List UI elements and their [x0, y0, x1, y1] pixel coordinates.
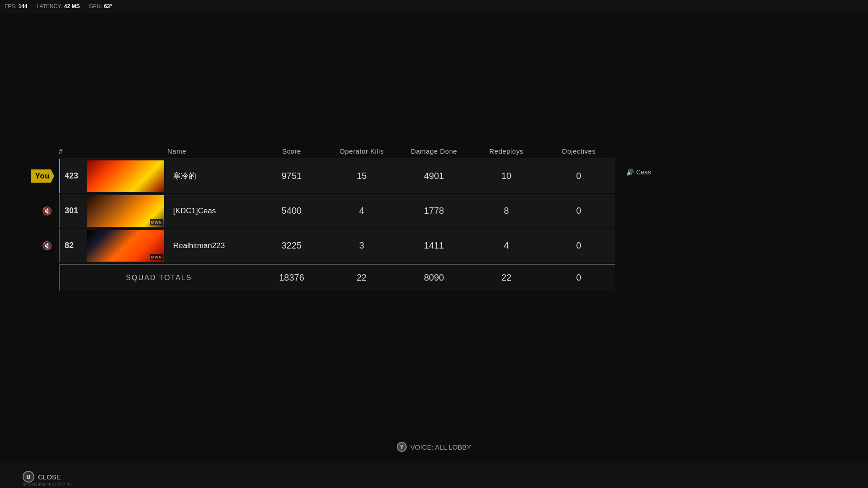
ceas-name: Ceas: [636, 169, 651, 176]
player-rows: You423寒冷的9751154901100🔇301MWN[KDC1]Ceas5…: [59, 159, 615, 263]
header-avatar: [86, 147, 167, 155]
mute-icon[interactable]: 🔇: [42, 241, 52, 251]
player-avatar: MWN: [87, 195, 164, 227]
close-button[interactable]: B CLOSE: [23, 471, 61, 483]
totals-kills: 22: [326, 272, 398, 283]
player-operator-kills: 4: [326, 206, 398, 216]
player-redeploys: 8: [470, 206, 542, 216]
header-name: Name: [167, 147, 258, 155]
player-damage-done: 1411: [398, 240, 470, 251]
latency-value: 42 MS: [64, 3, 80, 9]
table-row: 🔇82MWNRealhitman22332253141140: [59, 229, 615, 263]
totals-damage: 8090: [398, 272, 470, 283]
fps-value: 144: [19, 3, 28, 9]
player-objectives: 0: [542, 206, 615, 216]
gpu-label: GPU:: [89, 3, 102, 9]
header-rank: #: [59, 147, 86, 155]
gpu-stat: GPU: 63°: [89, 3, 113, 9]
main-area: # Name Score Operator Kills Damage Done …: [0, 13, 868, 488]
totals-redeploys: 22: [470, 272, 542, 283]
b-icon: B: [23, 471, 34, 483]
totals-row: SQUAD TOTALS 18376 22 8090 22 0: [59, 264, 615, 291]
mute-icon[interactable]: 🔇: [42, 206, 52, 216]
player-operator-kills: 3: [326, 240, 398, 251]
player-rank: 301: [60, 206, 87, 216]
header-objectives: Objectives: [542, 147, 615, 155]
fps-label: FPS:: [5, 3, 17, 9]
totals-label: SQUAD TOTALS: [60, 274, 258, 282]
voice-indicator: Y VOICE: ALL LOBBY: [397, 442, 472, 452]
player-score: 5400: [258, 206, 326, 216]
top-bar: FPS: 144 LATENCY: 42 MS GPU: 63°: [0, 0, 868, 13]
player-rank: 82: [60, 241, 87, 250]
player-avatar: [87, 160, 164, 192]
header-damage-done: Damage Done: [398, 147, 470, 155]
player-objectives: 0: [542, 240, 615, 251]
mwn-badge: MWN: [150, 254, 163, 260]
close-label: CLOSE: [38, 473, 61, 481]
totals-score: 18376: [258, 272, 326, 283]
player-objectives: 0: [542, 171, 615, 181]
mwn-badge: MWN: [150, 219, 163, 225]
player-name: [KDC1]Ceas: [169, 206, 258, 216]
player-damage-done: 4901: [398, 171, 470, 181]
latency-label: LATENCY:: [37, 3, 62, 9]
player-name: 寒冷的: [169, 171, 258, 181]
voice-label: VOICE: ALL LOBBY: [410, 443, 472, 451]
table-row: You423寒冷的9751154901100: [59, 159, 615, 193]
player-damage-done: 1778: [398, 206, 470, 216]
player-avatar: MWN: [87, 230, 164, 262]
header-operator-kills: Operator Kills: [326, 147, 398, 155]
totals-objectives: 0: [542, 272, 615, 283]
bottom-bar: B CLOSE 84438799924000307 45: [0, 461, 868, 488]
latency-stat: LATENCY: 42 MS: [37, 3, 80, 9]
scoreboard: # Name Score Operator Kills Damage Done …: [59, 144, 615, 291]
header-score: Score: [258, 147, 326, 155]
player-operator-kills: 15: [326, 171, 398, 181]
speaker-icon: 🔊: [626, 169, 634, 176]
fps-stat: FPS: 144: [5, 3, 28, 9]
player-redeploys: 10: [470, 171, 542, 181]
player-score: 9751: [258, 171, 326, 181]
table-headers: # Name Score Operator Kills Damage Done …: [59, 144, 615, 159]
header-redeploys: Redeploys: [470, 147, 542, 155]
y-button[interactable]: Y: [397, 442, 407, 452]
player-score: 3225: [258, 240, 326, 251]
player-redeploys: 4: [470, 240, 542, 251]
player-name: Realhitman223: [169, 241, 258, 250]
ceas-voice-indicator: 🔊 Ceas: [626, 169, 651, 176]
gpu-value: 63°: [104, 3, 112, 9]
player-rank: 423: [60, 171, 87, 181]
you-badge: You: [31, 169, 54, 183]
seed-text: 84438799924000307 45: [23, 482, 71, 488]
table-row: 🔇301MWN[KDC1]Ceas54004177880: [59, 194, 615, 228]
